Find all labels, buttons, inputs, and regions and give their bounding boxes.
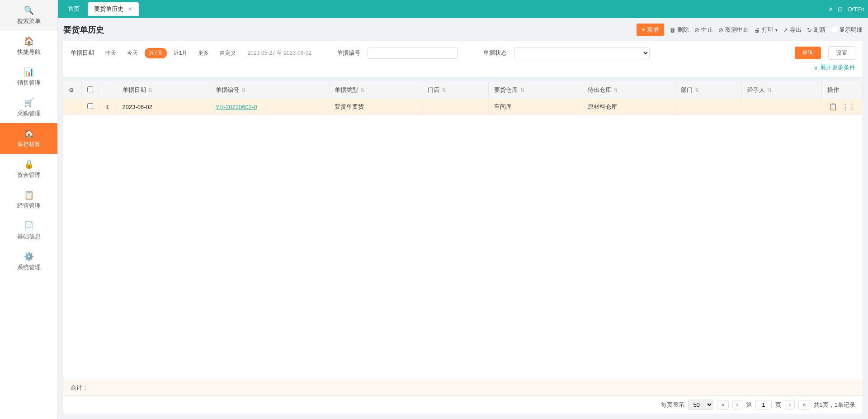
new-button[interactable]: + 新增 <box>637 24 664 36</box>
date-btn-more[interactable]: 更多 <box>194 48 213 58</box>
tab-request-history-label: 要货单历史 <box>94 5 123 13</box>
sidebar-item-label: 库存核算 <box>17 140 41 148</box>
sort-type-icon: ⇅ <box>360 87 364 93</box>
row-checkbox-cell <box>81 99 99 115</box>
page-size-label: 每页显示 <box>661 401 684 409</box>
tab-home[interactable]: 首页 <box>61 2 86 16</box>
row-code-link[interactable]: YH-20230602-0 <box>216 104 257 110</box>
sidebar-item-label: 基础信息 <box>17 233 41 241</box>
print-label: 打印 <box>762 26 774 34</box>
page-size-select[interactable]: 10 20 50 100 <box>688 400 713 410</box>
next-page-button[interactable]: › <box>785 400 795 409</box>
display-detail-label: 显示明细 <box>839 26 863 34</box>
col-date[interactable]: 单据日期 ⇅ <box>117 81 210 99</box>
sidebar-item-label: 经营管理 <box>17 202 41 210</box>
export-button[interactable]: ↗ 导出 <box>783 26 802 34</box>
sidebar-item-inventory[interactable]: 🏠 库存核算 <box>0 123 57 154</box>
tab-close-icon[interactable]: ✕ <box>128 6 132 12</box>
prev-page-button[interactable]: ‹ <box>732 400 742 409</box>
col-handler[interactable]: 经手人 ⇅ <box>742 81 822 99</box>
sort-date-icon: ⇅ <box>148 87 152 93</box>
row-shop-cell <box>422 99 489 115</box>
sidebar-item-label: 销售管理 <box>17 79 41 87</box>
tab-bar-right: ✕ ⊡ OfTEn <box>828 6 864 13</box>
col-num <box>99 81 117 99</box>
cancel-suspend-icon: ⊘ <box>718 27 723 33</box>
settings-button[interactable]: 设置 <box>828 46 855 60</box>
status-label: 单据状态 <box>483 49 507 57</box>
select-all-checkbox[interactable] <box>87 86 93 92</box>
col-dept-label: 部门 <box>681 86 693 93</box>
sidebar-item-label: 采购管理 <box>17 110 41 118</box>
col-date-label: 单据日期 <box>123 86 146 93</box>
sidebar-item-finance[interactable]: 🔒 资金管理 <box>0 154 57 185</box>
sidebar-item-sales[interactable]: 📊 销售管理 <box>0 62 57 92</box>
date-btn-custom[interactable]: 自定义 <box>216 48 240 58</box>
table-body: 1 2023-06-02 YH-20230602-0 要货单要货 <box>63 99 863 115</box>
gear-icon: ⚙️ <box>24 252 34 262</box>
window-restore-icon[interactable]: ⊡ <box>838 6 843 13</box>
doc-num-label: 单据编号 <box>337 49 360 57</box>
inventory-icon: 🏠 <box>24 129 34 138</box>
row-edit-icon[interactable]: 📋 <box>829 103 837 110</box>
page-unit-label: 页 <box>775 401 781 409</box>
col-type[interactable]: 单据类型 ⇅ <box>329 81 422 99</box>
col-action-label: 操作 <box>827 86 839 93</box>
expand-more-btn[interactable]: ∨ 展开更多条件 <box>814 63 855 71</box>
sidebar-item-operations[interactable]: 📋 经营管理 <box>0 185 57 215</box>
col-request-wh-label: 要货仓库 <box>494 86 518 93</box>
delete-button[interactable]: 🗑 删除 <box>670 26 689 34</box>
sidebar-item-system[interactable]: ⚙️ 系统管理 <box>0 246 57 277</box>
window-close-icon[interactable]: ✕ <box>828 6 833 13</box>
print-button[interactable]: 🖨 打印 ▾ <box>754 26 778 34</box>
refresh-label: 刷新 <box>814 26 826 34</box>
col-shop[interactable]: 门店 ⇅ <box>422 81 489 99</box>
status-select[interactable] <box>514 47 650 59</box>
last-page-button[interactable]: » <box>798 400 810 409</box>
chevron-down-icon: ∨ <box>814 64 818 71</box>
export-label: 导出 <box>790 26 802 34</box>
row-date-cell: 2023-06-02 <box>117 99 210 115</box>
row-checkbox[interactable] <box>87 103 93 109</box>
row-pending-wh: 原材料仓库 <box>588 103 617 110</box>
sidebar-item-quicknav[interactable]: 🏠 快捷导航 <box>0 31 57 62</box>
row-request-wh: 车间库 <box>494 103 512 110</box>
cancel-suspend-button[interactable]: ⊘ 取消中止 <box>718 26 749 34</box>
sidebar-item-base[interactable]: 📄 基础信息 <box>0 215 57 246</box>
suspend-button[interactable]: ⊘ 中止 <box>694 26 713 34</box>
sidebar-item-search[interactable]: 🔍 搜索菜单 <box>0 0 57 31</box>
date-btn-today[interactable]: 今天 <box>123 48 142 58</box>
row-num: 1 <box>106 104 109 110</box>
table-footer: 合计： <box>63 380 863 395</box>
row-action-cell: 📋 ⋮⋮ <box>822 99 863 115</box>
row-more-icon[interactable]: ⋮⋮ <box>842 103 855 110</box>
home-icon: 🏠 <box>24 36 34 46</box>
search-icon: 🔍 <box>24 5 34 15</box>
suspend-label: 中止 <box>701 26 713 34</box>
print-icon: 🖨 <box>754 27 760 33</box>
sort-pending-wh-icon: ⇅ <box>613 87 618 93</box>
refresh-button[interactable]: ↻ 刷新 <box>807 26 826 34</box>
date-btn-1month[interactable]: 近1月 <box>170 48 192 58</box>
date-btn-yesterday[interactable]: 昨天 <box>101 48 120 58</box>
col-dept[interactable]: 部门 ⇅ <box>675 81 742 99</box>
sidebar-item-label: 系统管理 <box>17 263 41 271</box>
tab-request-history[interactable]: 要货单历史 ✕ <box>88 2 139 16</box>
col-pending-wh[interactable]: 待出仓库 ⇅ <box>582 81 675 99</box>
chart-icon: 📊 <box>24 67 34 77</box>
display-detail-toggle[interactable]: 显示明细 <box>831 26 863 34</box>
date-btn-7days[interactable]: 近7天 <box>145 48 167 58</box>
search-button[interactable]: 查询 <box>795 47 821 59</box>
col-code[interactable]: 单据编号 ⇅ <box>210 81 329 99</box>
expand-more-label: 展开更多条件 <box>820 63 855 71</box>
page-number-input[interactable] <box>755 400 772 409</box>
filter-row-2: ∨ 展开更多条件 <box>71 63 855 71</box>
first-page-button[interactable]: « <box>717 400 728 409</box>
doc-num-input[interactable] <box>368 48 458 59</box>
display-detail-checkbox[interactable] <box>831 27 837 33</box>
table-settings-icon[interactable]: ⚙ <box>69 87 74 94</box>
sidebar-item-purchase[interactable]: 🛒 采购管理 <box>0 92 57 123</box>
col-request-wh[interactable]: 要货仓库 ⇅ <box>489 81 582 99</box>
col-settings: ⚙ <box>63 81 81 99</box>
col-checkbox <box>81 81 99 99</box>
